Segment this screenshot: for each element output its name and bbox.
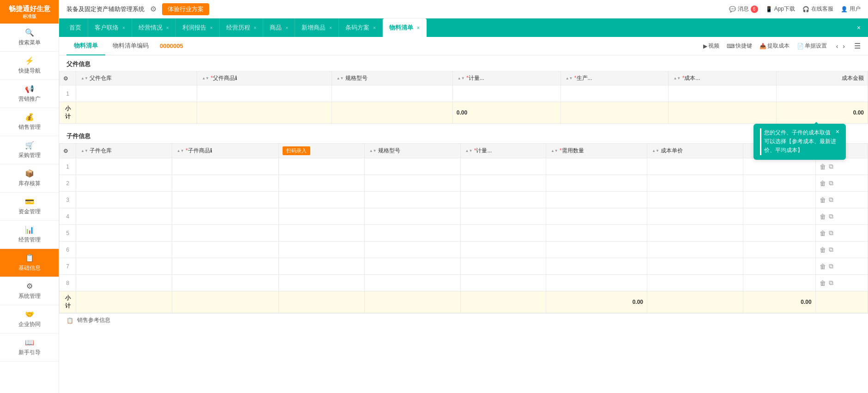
parent-row-1-cost[interactable] [669,85,777,102]
copy-icon-7[interactable]: ⧉ [829,262,833,270]
nav-tab-4[interactable]: 经营历程× [220,18,264,37]
child-row-qty-1[interactable] [546,158,647,175]
sidebar-item-5[interactable]: 📦库存核算 [0,164,59,193]
child-row-qty-3[interactable] [546,192,647,208]
child-sort-unit-cost-icon[interactable]: ▲▼ [652,149,659,153]
child-row-unitcost-6[interactable] [647,242,743,258]
child-row-spec-3[interactable] [364,192,460,208]
child-row-product-1[interactable] [172,158,278,175]
nav-tab-0[interactable]: 首页 [63,18,88,37]
child-row-unit-5[interactable] [460,225,546,242]
scan-button[interactable]: 扫码录入 [283,146,310,155]
copy-icon-4[interactable]: ⧉ [829,212,833,220]
child-row-spec-1[interactable] [364,158,460,175]
nav-close-icon[interactable]: × [853,24,864,31]
child-sort-qty-icon[interactable]: ▲▼ [551,149,558,153]
child-row-qty-8[interactable] [546,275,647,291]
child-row-qty-6[interactable] [546,242,647,258]
video-action[interactable]: ▶ 视频 [703,42,719,50]
child-row-warehouse-2[interactable] [76,175,172,192]
sort-unit-icon[interactable]: ▲▼ [458,76,465,80]
sidebar-item-11[interactable]: 📖新手引导 [0,333,59,362]
single-setting-action[interactable]: 📄 单据设置 [797,42,827,50]
sidebar-item-3[interactable]: 💰销售管理 [0,108,59,136]
copy-icon-8[interactable]: ⧉ [829,279,833,287]
child-row-unit-7[interactable] [460,258,546,275]
trial-button[interactable]: 体验行业方案 [162,3,209,15]
child-row-spec-7[interactable] [364,258,460,275]
delete-icon-6[interactable]: 🗑 [820,246,826,254]
child-row-warehouse-8[interactable] [76,275,172,291]
user-action[interactable]: 👤 用户 [841,5,861,13]
sort-warehouse-icon[interactable]: ▲▼ [81,76,88,80]
child-sort-spec-icon[interactable]: ▲▼ [369,149,377,153]
child-row-product-6[interactable] [172,242,278,258]
child-row-warehouse-6[interactable] [76,242,172,258]
child-row-product-7[interactable] [172,258,278,275]
child-row-unit-4[interactable] [460,208,546,225]
sort-spec-icon[interactable]: ▲▼ [337,76,344,80]
nav-tab-close-5[interactable]: × [285,25,288,30]
sidebar-item-4[interactable]: 🛒采购管理 [0,136,59,164]
parent-row-1-produce[interactable] [561,85,669,102]
nav-tab-close-2[interactable]: × [166,25,169,30]
sidebar-item-7[interactable]: 📊经营管理 [0,221,59,249]
sidebar-item-1[interactable]: ⚡快捷导航 [0,52,59,80]
child-row-unitcost-8[interactable] [647,275,743,291]
child-row-product-3[interactable] [172,192,278,208]
child-col-settings[interactable]: ⚙ [60,144,76,158]
nav-tab-close-6[interactable]: × [329,25,332,30]
child-row-unitcost-4[interactable] [647,208,743,225]
child-sort-warehouse-icon[interactable]: ▲▼ [81,149,88,153]
child-row-unitcost-5[interactable] [647,225,743,242]
child-row-product-8[interactable] [172,275,278,291]
app-download-action[interactable]: 📱 App下载 [766,5,795,13]
delete-icon-5[interactable]: 🗑 [820,230,826,237]
delete-icon-4[interactable]: 🗑 [820,213,826,220]
nav-left-icon[interactable]: ‹ [834,42,840,51]
child-sort-product-icon[interactable]: ▲▼ [177,149,184,153]
child-row-unit-8[interactable] [460,275,546,291]
child-row-warehouse-3[interactable] [76,192,172,208]
copy-icon-5[interactable]: ⧉ [829,229,833,237]
child-row-unitcost-1[interactable] [647,158,743,175]
tooltip-close-button[interactable]: × [836,128,839,135]
delete-icon-3[interactable]: 🗑 [820,196,826,204]
parent-row-1-warehouse[interactable] [76,85,197,102]
copy-icon-6[interactable]: ⧉ [829,246,833,254]
nav-tab-1[interactable]: 客户联络× [88,18,132,37]
message-action[interactable]: 💬 消息 6 [729,5,758,13]
delete-icon-8[interactable]: 🗑 [820,279,826,287]
delete-icon-2[interactable]: 🗑 [820,180,826,187]
child-row-spec-6[interactable] [364,242,460,258]
shortcut-action[interactable]: ⌨ 快捷键 [727,42,752,50]
child-row-unitcost-7[interactable] [647,258,743,275]
extract-cost-action[interactable]: 📥 提取成本 [760,42,790,50]
nav-tab-6[interactable]: 新增商品× [295,18,339,37]
sidebar-item-9[interactable]: ⚙系统管理 [0,277,59,305]
nav-tab-7[interactable]: 条码方案× [339,18,383,37]
parent-row-1-spec[interactable] [332,85,452,102]
nav-tab-close-3[interactable]: × [210,25,213,30]
sidebar-item-6[interactable]: 💳资金管理 [0,193,59,221]
child-row-qty-7[interactable] [546,258,647,275]
parent-col-settings[interactable]: ⚙ [60,72,76,85]
child-row-unit-2[interactable] [460,175,546,192]
nav-tab-close-7[interactable]: × [373,25,376,30]
nav-tab-3[interactable]: 利润报告× [176,18,220,37]
nav-tab-8[interactable]: 物料清单× [383,18,427,37]
sidebar-item-2[interactable]: 📢营销推广 [0,80,59,108]
child-row-product-5[interactable] [172,225,278,242]
sub-tab-material[interactable]: 物料清单 [66,37,105,55]
sort-product-icon[interactable]: ▲▼ [202,76,209,80]
delete-icon-7[interactable]: 🗑 [820,263,826,270]
nav-tab-close-4[interactable]: × [254,25,257,30]
menu-icon[interactable]: ☰ [854,42,861,50]
nav-tab-close-8[interactable]: × [417,25,420,30]
settings-icon[interactable]: ⚙ [150,5,157,13]
copy-icon-3[interactable]: ⧉ [829,196,833,204]
child-row-qty-5[interactable] [546,225,647,242]
child-row-unitcost-3[interactable] [647,192,743,208]
child-row-warehouse-4[interactable] [76,208,172,225]
child-row-product-2[interactable] [172,175,278,192]
